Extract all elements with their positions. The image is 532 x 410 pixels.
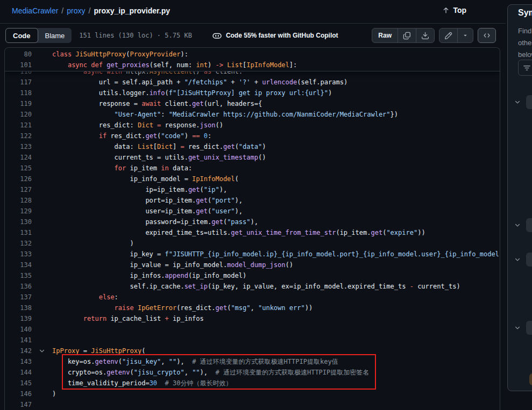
code-text: self.ip_cache.set_ip(ip_key, ip_value, e… [52,281,460,292]
scroll-to-top-button[interactable]: Top [442,6,466,15]
line-number[interactable]: 126 [5,174,32,184]
chevron-down-icon[interactable] [514,99,521,105]
line-number[interactable]: 134 [5,260,32,270]
line-number[interactable]: 123 [5,141,32,152]
line-number[interactable]: 128 [5,195,32,206]
line-number[interactable]: 80 [5,49,32,60]
code-text: ip_infos.append(ip_info_model) [52,270,246,281]
line-number[interactable]: 132 [5,238,32,249]
line-number[interactable]: 143 [5,356,32,367]
line-number[interactable]: 135 [5,270,32,281]
symbol-item[interactable] [526,253,532,267]
code-text: if res_dict.get("code") == 0: [52,131,211,141]
code-text: ) [52,238,134,249]
line-number[interactable]: 101 [5,60,32,70]
line-gutter [32,378,52,389]
code-panel: 116 async with httpx.AsyncClient() as cl… [4,47,500,410]
code-line: 144 crypto=os.getenv("jisu_crypto", ""),… [5,367,500,378]
line-number[interactable]: 146 [5,389,32,399]
line-number[interactable]: 124 [5,152,32,163]
copy-raw-button[interactable] [398,28,416,42]
code-text: port=ip_item.get("port"), [52,195,243,206]
line-number[interactable]: 144 [5,367,32,378]
code-line: 120 "User-Agent": "MediaCrawler https://… [5,109,500,120]
line-number[interactable]: 133 [5,249,32,260]
code-text: return ip_cache_list + ip_infos [52,313,204,324]
symbol-item-highlighted[interactable] [529,373,532,385]
line-number[interactable]: 119 [5,98,32,109]
line-number[interactable]: 138 [5,303,32,313]
collapse-chevron-icon[interactable] [32,346,52,356]
code-text: ip=ip_item.get("ip"), [52,184,227,195]
line-gutter [32,249,52,260]
symbols-panel-title: Sym [518,8,532,18]
line-gutter [32,98,52,109]
download-raw-button[interactable] [416,28,434,42]
line-gutter [32,49,52,60]
symbol-row [508,95,532,110]
chevron-down-icon[interactable] [514,222,521,228]
line-number[interactable]: 118 [5,88,32,98]
copilot-banner[interactable]: Code 55% faster with GitHub Copilot [212,31,338,40]
line-number[interactable]: 136 [5,281,32,292]
code-line: 143 key=os.getenv("jisu_key", ""), # 通过环… [5,356,500,367]
line-number[interactable]: 139 [5,313,32,324]
line-number[interactable]: 127 [5,184,32,195]
code-expand-icon [483,32,491,39]
symbols-panel-toggle-button[interactable] [478,28,496,43]
line-gutter [32,141,52,152]
tab-blame[interactable]: Blame [38,32,72,40]
symbol-item[interactable] [526,321,532,335]
symbol-item[interactable] [526,95,532,109]
line-number[interactable]: 130 [5,217,32,227]
chevron-down-icon[interactable] [514,256,521,263]
code-text: response = await client.get(url, headers… [52,98,262,109]
line-number[interactable]: 145 [5,378,32,389]
raw-button-label: Raw [377,32,393,39]
line-gutter [32,152,52,163]
line-number[interactable]: 141 [5,335,32,346]
caret-down-icon [463,33,468,38]
code-line: 118 utils.logger.info(f"[JiSuHttpProxy] … [5,88,500,98]
copy-icon [403,32,411,40]
breadcrumb-repo-link[interactable]: MediaCrawler [12,6,58,15]
symbols-panel-description: Find other below [518,25,532,61]
line-number[interactable]: 140 [5,324,32,335]
edit-dropdown-button[interactable] [457,28,473,42]
tab-code[interactable]: Code [5,28,38,43]
line-number[interactable]: 129 [5,206,32,217]
line-number[interactable]: 137 [5,292,32,303]
code-line: 127 ip=ip_item.get("ip"), [5,184,500,195]
code-line: 141 [5,335,500,346]
line-gutter [32,109,52,120]
code-text: "User-Agent": "MediaCrawler https://gith… [52,109,398,120]
raw-button[interactable]: Raw [372,28,398,42]
symbol-item[interactable] [526,218,532,232]
scroll-to-top-label: Top [453,6,466,15]
code-text: ip_key = f"JISUHTTP_{ip_info_model.ip}_{… [52,249,499,260]
line-number[interactable]: 120 [5,109,32,120]
line-number[interactable]: 121 [5,120,32,131]
chevron-down-icon[interactable] [514,325,521,331]
line-number[interactable]: 142 [5,346,32,356]
code-line: 126 ip_info_model = IpInfoModel( [5,174,500,184]
line-number[interactable]: 125 [5,163,32,174]
line-number[interactable]: 122 [5,131,32,141]
code-line: 128 port=ip_item.get("port"), [5,195,500,206]
code-line: 123 data: List[Dict] = res_dict.get("dat… [5,141,500,152]
breadcrumb-current-file: proxy_ip_provider.py [94,6,170,15]
breadcrumb-dir-link[interactable]: proxy [67,6,85,15]
edit-file-button[interactable] [439,28,457,42]
code-text: url = self.api_path + "/fetchips" + '?' … [52,77,347,88]
line-number[interactable]: 117 [5,77,32,88]
line-gutter [32,77,52,88]
code-line: 122 if res_dict.get("code") == 0: [5,131,500,141]
line-number[interactable]: 131 [5,227,32,238]
code-line: 138 raise IpGetError(res_dict.get("msg",… [5,303,500,313]
line-number[interactable]: 147 [5,399,32,410]
symbols-filter-button[interactable] [518,60,532,76]
code-line: 137 else: [5,292,500,303]
symbols-desc-line: Find [518,25,532,37]
code-text: for ip_item in data: [52,163,192,174]
line-gutter [32,184,52,195]
